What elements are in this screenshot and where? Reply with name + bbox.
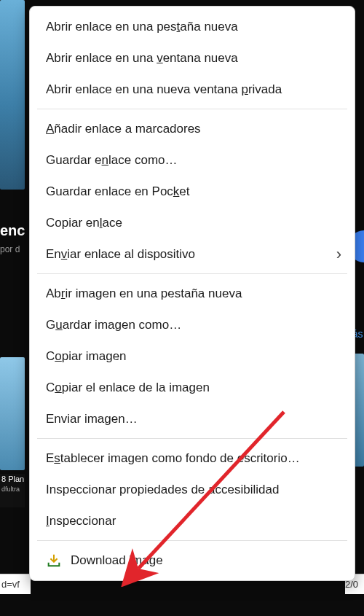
background-thumbnail-caption: 8 Plan dfultra — [0, 474, 25, 507]
menu-item-label: Abrir enlace en una pestaña nueva — [46, 20, 238, 34]
menu-item-label: Copiar el enlace de la imagen — [46, 381, 210, 395]
background-thumbnail — [0, 357, 25, 470]
menu-item-open-link-new-window[interactable]: Abrir enlace en una ventana nueva — [30, 42, 355, 74]
menu-item-open-link-private-window[interactable]: Abrir enlace en una nueva ventana privad… — [30, 74, 355, 105]
menu-item-bookmark-link[interactable]: Añadir enlace a marcadores — [30, 113, 355, 144]
background-thumbnail — [0, 0, 25, 190]
menu-item-label: Copiar enlace — [46, 216, 122, 230]
menu-item-label: Guardar enlace como… — [46, 153, 178, 168]
menu-item-open-link-new-tab[interactable]: Abrir enlace en una pestaña nueva — [30, 11, 355, 42]
menu-item-label: Inspeccionar propiedades de accesibilida… — [46, 483, 279, 497]
menu-item-label: Abrir enlace en una ventana nueva — [46, 51, 238, 66]
background-url-fragment: d=vf — [0, 574, 31, 594]
menu-separator — [37, 438, 347, 439]
menu-item-label: Enviar enlace al dispositivo — [46, 247, 195, 262]
download-icon — [46, 553, 62, 569]
menu-item-label: Añadir enlace a marcadores — [46, 122, 201, 136]
menu-item-copy-image[interactable]: Copiar imagen — [30, 340, 355, 372]
menu-item-copy-image-link[interactable]: Copiar el enlace de la imagen — [30, 372, 355, 403]
menu-item-send-link-to-device[interactable]: Enviar enlace al dispositivo› — [30, 238, 355, 270]
menu-item-save-link-pocket[interactable]: Guardar enlace en Pocket — [30, 176, 355, 207]
menu-item-copy-link[interactable]: Copiar enlace — [30, 207, 355, 238]
menu-item-email-image[interactable]: Enviar imagen… — [30, 403, 355, 434]
menu-item-inspect-a11y[interactable]: Inspeccionar propiedades de accesibilida… — [30, 474, 355, 505]
menu-item-label: Guardar enlace en Pocket — [46, 184, 190, 199]
menu-item-open-image-new-tab[interactable]: Abrir imagen en una pestaña nueva — [30, 278, 355, 309]
menu-item-label: Inspeccionar — [46, 514, 116, 529]
menu-item-label: Download image — [71, 553, 163, 568]
menu-separator — [37, 273, 347, 274]
menu-item-save-link-as[interactable]: Guardar enlace como… — [30, 144, 355, 176]
menu-item-label: Establecer imagen como fondo de escritor… — [46, 451, 300, 466]
menu-item-label: Abrir enlace en una nueva ventana privad… — [46, 82, 282, 97]
menu-item-label: Enviar imagen… — [46, 412, 138, 426]
menu-item-label: Guardar imagen como… — [46, 318, 181, 332]
menu-item-label: Copiar imagen — [46, 349, 127, 364]
menu-item-label: Abrir imagen en una pestaña nueva — [46, 286, 242, 301]
menu-item-save-image-as[interactable]: Guardar imagen como… — [30, 309, 355, 340]
context-menu: Abrir enlace en una pestaña nuevaAbrir e… — [29, 6, 355, 581]
background-heading-fragment: enc — [0, 222, 26, 239]
menu-item-download-image[interactable]: Download image — [30, 545, 355, 576]
menu-item-set-as-wallpaper[interactable]: Establecer imagen como fondo de escritor… — [30, 442, 355, 474]
menu-item-inspect[interactable]: Inspeccionar — [30, 505, 355, 537]
menu-separator — [37, 109, 347, 109]
chevron-right-icon: › — [336, 245, 341, 264]
background-subheading-fragment: por d — [0, 244, 26, 254]
menu-separator — [37, 540, 347, 541]
